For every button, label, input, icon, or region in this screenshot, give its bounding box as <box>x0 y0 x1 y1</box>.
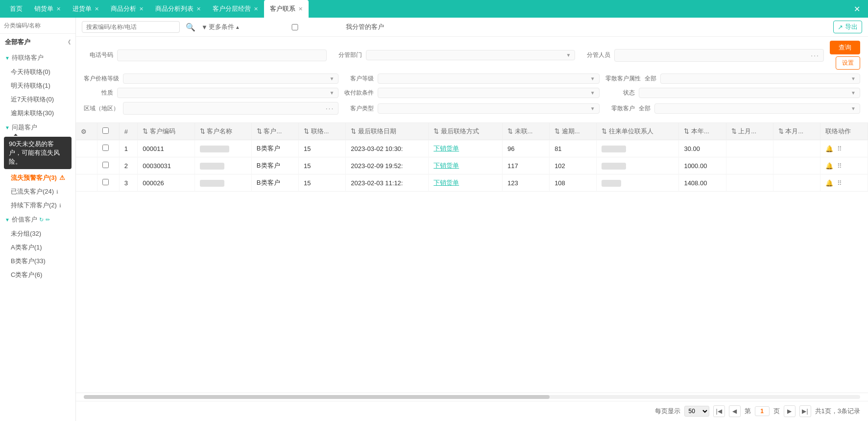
page-number-input[interactable] <box>755 406 770 416</box>
horizontal-scrollbar[interactable] <box>76 393 868 401</box>
filter-search-button[interactable]: 🔍 <box>186 23 195 32</box>
action-contact-icon[interactable]: 🔔 <box>825 162 833 170</box>
tab-close-customer-contact[interactable]: ✕ <box>298 6 303 12</box>
tab-home[interactable]: 首页 <box>4 0 28 18</box>
row-checkbox[interactable] <box>102 162 109 168</box>
window-close-button[interactable]: ✕ <box>850 4 864 14</box>
sidebar-item-class-b[interactable]: B类客户(33) <box>0 254 75 268</box>
cell-action[interactable]: 🔔 ⠿ <box>820 174 868 192</box>
sidebar-group-value[interactable]: ▼ 价值客户 ↻ ✏ <box>0 212 75 227</box>
sidebar-item-class-c[interactable]: C类客户(6) <box>0 268 75 282</box>
tab-purchase-order[interactable]: 进货单 ✕ <box>67 0 105 18</box>
customer-level-select[interactable]: ▼ <box>378 74 599 84</box>
tab-sales-order[interactable]: 销货单 ✕ <box>28 0 67 18</box>
sidebar-item-class-a[interactable]: A类客户(1) <box>0 241 75 254</box>
gender-select[interactable]: ▼ <box>117 88 338 98</box>
tab-close-sales-order[interactable]: ✕ <box>56 6 61 12</box>
phone-input[interactable] <box>117 50 327 61</box>
sidebar-item-ungroup[interactable]: 未分组(32) <box>0 227 75 241</box>
price-level-select[interactable]: ▼ <box>123 74 338 84</box>
last-method-link[interactable]: 下销货单 <box>434 179 459 186</box>
sidebar-all-customers[interactable]: 全部客户 《 <box>0 34 75 50</box>
region-dots[interactable]: ··· <box>326 104 335 112</box>
tab-customer-contact[interactable]: 客户联系 ✕ <box>264 0 309 18</box>
tab-product-analysis-list[interactable]: 商品分析列表 ✕ <box>149 0 207 18</box>
settings-button[interactable]: 设置 <box>836 56 860 70</box>
col-unit-contacts[interactable]: ⇅ 往来单位联系人 <box>597 123 679 140</box>
sidebar-item-7days-contact[interactable]: 近7天待联络(0) <box>0 93 75 106</box>
my-customers-filter[interactable]: 我分管的客户 <box>246 23 384 31</box>
action-more-icon[interactable]: ⠿ <box>837 145 842 152</box>
row-checkbox[interactable] <box>102 145 109 151</box>
sidebar-item-today-contact[interactable]: 今天待联络(0) <box>0 65 75 79</box>
col-last-month[interactable]: ⇅ 上月... <box>726 123 773 140</box>
col-last-date[interactable]: ⇅ 最后联络日期 <box>346 123 429 140</box>
my-customers-checkbox[interactable] <box>246 24 344 30</box>
sidebar-item-overdue-contact[interactable]: 逾期未联络(30) <box>0 106 75 120</box>
col-last-method[interactable]: ⇅ 最后联络方式 <box>429 123 503 140</box>
cell-action[interactable]: 🔔 ⠿ <box>820 157 868 174</box>
customer-type-select[interactable]: ▼ <box>378 103 599 114</box>
col-this-month[interactable]: ⇅ 本月... <box>773 123 820 140</box>
cell-checkbox[interactable] <box>97 157 119 174</box>
retail-attr-select[interactable]: ▼ <box>660 74 860 84</box>
tab-close-customer-tier[interactable]: ✕ <box>254 6 258 12</box>
next-page-button[interactable]: ▶ <box>784 405 796 417</box>
select-all-checkbox[interactable] <box>102 127 109 134</box>
tab-close-product-analysis-list[interactable]: ✕ <box>196 6 201 12</box>
cell-checkbox[interactable] <box>97 174 119 192</box>
tab-close-product-analysis[interactable]: ✕ <box>139 6 144 12</box>
filter-more-conditions[interactable]: ▼ 更多条件 ▲ <box>201 23 240 31</box>
refresh-icon-value[interactable]: ↻ <box>39 217 44 223</box>
row-checkbox[interactable] <box>102 179 109 185</box>
dept-select[interactable]: ▼ <box>366 50 576 60</box>
sidebar-group-problem[interactable]: ▼ 问题客户 <box>0 120 75 135</box>
col-checkbox[interactable] <box>97 123 119 140</box>
col-code[interactable]: ⇅ 客户编码 <box>138 123 194 140</box>
last-method-link[interactable]: 下销货单 <box>434 162 459 169</box>
sidebar-item-churned[interactable]: 已流失客户(24) ℹ <box>0 185 75 198</box>
search-input[interactable] <box>82 21 180 33</box>
col-name[interactable]: ⇅ 客户名称 <box>194 123 251 140</box>
export-button[interactable]: ↗ 导出 <box>833 21 862 33</box>
action-more-icon[interactable]: ⠿ <box>837 162 842 170</box>
action-more-icon[interactable]: ⠿ <box>837 179 842 187</box>
col-overdue[interactable]: ⇅ 逾期... <box>550 123 597 140</box>
tab-customer-tier[interactable]: 客户分层经营 ✕ <box>207 0 264 18</box>
cell-this-year: 30.00 <box>679 140 726 157</box>
cell-checkbox[interactable] <box>97 140 119 157</box>
prev-page-button[interactable]: ◀ <box>729 405 741 417</box>
sidebar-group-pending[interactable]: ▼ 待联络客户 <box>0 50 75 65</box>
region-select[interactable]: ··· <box>123 102 338 115</box>
col-type[interactable]: ⇅ 客户... <box>251 123 298 140</box>
cell-last-method[interactable]: 下销货单 <box>429 174 503 192</box>
customer-level-label: 客户等级 <box>344 74 374 83</box>
sidebar-search-input[interactable] <box>4 22 76 29</box>
last-page-button[interactable]: ▶| <box>799 405 811 417</box>
edit-icon-value[interactable]: ✏ <box>46 217 50 223</box>
tab-close-purchase-order[interactable]: ✕ <box>95 6 99 12</box>
status-select[interactable]: ▼ <box>639 88 860 98</box>
manager-select[interactable]: ··· <box>614 49 824 62</box>
col-this-year[interactable]: ⇅ 本年... <box>679 123 726 140</box>
last-method-link[interactable]: 下销货单 <box>434 145 459 152</box>
action-contact-icon[interactable]: 🔔 <box>825 145 833 152</box>
scrollbar-thumb[interactable] <box>84 395 550 399</box>
col-not-contacted[interactable]: ⇅ 未联... <box>502 123 549 140</box>
retail-customer-select[interactable]: ▼ <box>654 103 860 114</box>
first-page-button[interactable]: |◀ <box>713 405 725 417</box>
col-contacts[interactable]: ⇅ 联络... <box>299 123 346 140</box>
cell-last-method[interactable]: 下销货单 <box>429 157 503 174</box>
cell-action[interactable]: 🔔 ⠿ <box>820 140 868 157</box>
manager-dots[interactable]: ··· <box>811 51 820 59</box>
sidebar-item-declining[interactable]: 持续下滑客户(2) ℹ <box>0 198 75 212</box>
tab-product-analysis[interactable]: 商品分析 ✕ <box>105 0 149 18</box>
action-contact-icon[interactable]: 🔔 <box>825 179 833 187</box>
cell-last-method[interactable]: 下销货单 <box>429 140 503 157</box>
sidebar-item-tomorrow-contact[interactable]: 明天待联络(1) <box>0 79 75 93</box>
query-button[interactable]: 查询 <box>830 41 860 54</box>
per-page-select[interactable]: 50 100 200 <box>684 406 709 417</box>
sidebar-item-churn-warning[interactable]: 流失预警客户(3) ⚠ <box>0 171 75 185</box>
payment-select[interactable]: ▼ <box>378 88 599 98</box>
col-settings[interactable]: ⚙ <box>76 123 97 140</box>
